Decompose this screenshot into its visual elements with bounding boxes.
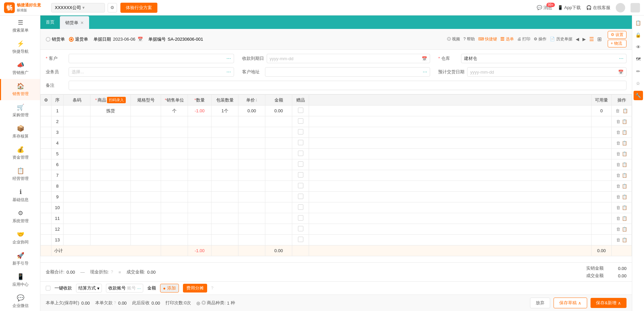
row1-gift[interactable]	[292, 106, 309, 116]
total-owe-info-icon[interactable]: ?	[114, 301, 116, 305]
save-new-btn[interactable]: 保存&新增 ∧	[591, 298, 627, 308]
right-panel-map-btn[interactable]: 🗺	[634, 54, 643, 64]
abandon-btn[interactable]: 放弃	[530, 298, 550, 308]
row1-copy-btn[interactable]: 📋	[622, 108, 628, 113]
customer-dots[interactable]: ···	[226, 55, 231, 62]
right-panel-note-btn[interactable]: 📋	[634, 18, 643, 28]
print-btn[interactable]: 🖨 打印	[517, 36, 530, 42]
scan-barcode-btn[interactable]: 扫码录入	[107, 97, 126, 103]
save-draft-chevron[interactable]: ∧	[578, 301, 581, 306]
row1-unit[interactable]: 个	[161, 106, 188, 116]
select-btn[interactable]: ☰ 选单	[500, 36, 514, 42]
history-btn[interactable]: 📄 历史单据	[550, 36, 572, 42]
right-panel-eye-btn[interactable]: 👁	[634, 42, 643, 52]
right-panel-edit-btn[interactable]: ✏	[634, 67, 643, 76]
calendar-icon[interactable]: 📅	[138, 37, 143, 42]
sidebar-item-quick-nav[interactable]: ⚡ 快捷导航	[0, 37, 40, 58]
radio-return-order[interactable]: 退货单	[69, 36, 88, 42]
account-dots[interactable]: ···	[137, 286, 141, 291]
row1-pkg[interactable]: 1个	[212, 106, 238, 116]
sidebar-label-finance: 资金管理	[12, 155, 29, 160]
right-panel-action-btn[interactable]: 🔧	[634, 91, 643, 100]
sidebar-item-finance[interactable]: 💰 资金管理	[0, 143, 40, 164]
discount-info-icon[interactable]: ?	[111, 270, 113, 274]
product-type-field[interactable]: ◎ ◎ 商品种类: 1 种	[196, 300, 235, 306]
remark-input[interactable]	[69, 81, 627, 90]
row1-amount[interactable]: 0.00	[265, 106, 292, 116]
delivery-calendar-icon[interactable]: 📅	[618, 70, 623, 75]
due-date-calendar-icon[interactable]: 📅	[422, 56, 427, 61]
nav-prev[interactable]: ◀	[576, 37, 579, 42]
delivery-date-input[interactable]: yyyy-mm-dd 📅	[467, 67, 627, 77]
warehouse-dots[interactable]: ···	[619, 55, 623, 62]
th-num: 序	[51, 95, 64, 106]
row1-delete-btn[interactable]: 🗑	[615, 108, 620, 113]
row1-settings[interactable]	[41, 106, 51, 116]
tab-close-btn[interactable]: ✕	[80, 21, 84, 25]
account-select[interactable]: 收款账号 账号 ···	[106, 284, 143, 293]
sidebar-label-wechat: 企业微信	[12, 303, 29, 309]
radio-sales-order[interactable]: 销货单	[46, 36, 65, 42]
message-btn[interactable]: 💬 消息 99+	[537, 5, 552, 11]
warehouse-input[interactable]: 建材仓 ···	[461, 54, 627, 63]
user-menu[interactable]	[631, 3, 640, 12]
sidebar-item-purchase[interactable]: 🛒 采购管理	[0, 100, 40, 121]
company-selector[interactable]: XXXXXX公司 ▾	[51, 3, 105, 12]
table-row: 8🗑📋	[41, 181, 632, 192]
sidebar-item-guide[interactable]: 🚀 新手引导	[0, 248, 40, 270]
customer-addr-input[interactable]: ···	[265, 67, 430, 77]
help-btn[interactable]: ? 帮助	[463, 36, 475, 42]
one-click-checkbox[interactable]	[46, 286, 50, 290]
nav-next[interactable]: ▶	[582, 37, 586, 42]
ops-btn[interactable]: ⚙ 操作	[534, 36, 546, 42]
sidebar-item-system[interactable]: ⚙ 系统管理	[0, 206, 40, 227]
row1-spec[interactable]	[131, 106, 161, 116]
remark-label: 备注	[46, 82, 66, 88]
customer-addr-dots[interactable]: ···	[423, 69, 427, 75]
row1-qty[interactable]: -1.00	[188, 106, 212, 116]
sidebar-item-inventory[interactable]: 📦 库存核算	[0, 121, 40, 143]
th-settings[interactable]: ⚙	[41, 95, 51, 106]
settings-action-btn[interactable]: ⚙ 设置	[608, 31, 627, 39]
sidebar-item-business[interactable]: 📋 经营管理	[0, 164, 40, 185]
app-download-btn[interactable]: 📱 App下载	[558, 5, 581, 11]
sidebar-item-apps[interactable]: 📱 应用中心	[0, 270, 40, 291]
video-btn[interactable]: ◎ 视频	[447, 36, 460, 42]
logistics-btn[interactable]: + 物流	[608, 40, 627, 47]
right-panel-star-btn[interactable]: ☆	[634, 79, 643, 88]
online-service-btn[interactable]: 🎧 在线客服	[586, 5, 610, 11]
save-draft-btn[interactable]: 保存草稿 ∧	[554, 298, 587, 308]
sidebar-item-sales[interactable]: 🏠 销售管理	[0, 79, 40, 100]
customer-input[interactable]: ···	[69, 54, 234, 63]
row1-price[interactable]: 0.00	[238, 106, 265, 116]
subtotal-row: 小计 -1.00 0.00 0.00	[41, 245, 632, 256]
due-date-input[interactable]: yyyy-mm-dd 📅	[267, 54, 430, 63]
row1-product[interactable]: 拣货	[90, 106, 131, 116]
salesperson-input[interactable]: 选择... ···	[69, 67, 234, 77]
list-view-btn[interactable]: ☰	[589, 36, 594, 42]
expense-info-icon[interactable]: ?	[211, 286, 214, 290]
settings-icon-btn[interactable]: ⚙	[108, 3, 117, 12]
company-name: XXXXXX公司	[55, 5, 81, 11]
trial-button[interactable]: 体验行业方案	[120, 3, 157, 13]
row1-barcode[interactable]	[64, 106, 90, 116]
sidebar-item-search[interactable]: ☰ 搜索菜单	[0, 15, 40, 37]
sidebar-item-marketing[interactable]: 📣 营销推广	[0, 58, 40, 79]
row1-gift-checkbox[interactable]	[298, 108, 303, 113]
right-panel-lock-btn[interactable]: 🔒	[634, 30, 643, 40]
sidebar-item-basic[interactable]: ℹ 基础信息	[0, 185, 40, 206]
add-payment-btn[interactable]: ● 添加	[160, 284, 179, 293]
tab-sales-order[interactable]: 销货单 ✕	[60, 16, 89, 30]
save-new-chevron[interactable]: ∧	[618, 301, 621, 306]
tab-home[interactable]: 首页	[40, 15, 60, 29]
user-avatar[interactable]	[616, 3, 625, 12]
expense-btn[interactable]: 费用分摊	[183, 284, 207, 293]
app-name-area: 畅捷通好生意 标准版	[17, 2, 41, 13]
calc-method-select[interactable]: 结算方式 ▾	[76, 284, 102, 293]
price-info-icon[interactable]: ℹ	[256, 98, 257, 103]
salesperson-dots[interactable]: ···	[226, 69, 231, 75]
grid-view-btn[interactable]: ⊞	[597, 36, 602, 42]
sidebar-item-wechat[interactable]: 💬 企业微信	[0, 291, 40, 311]
sidebar-item-enterprise[interactable]: 🤝 企业协同	[0, 227, 40, 248]
shortcut-btn[interactable]: ⌨ 快捷键	[478, 36, 497, 42]
